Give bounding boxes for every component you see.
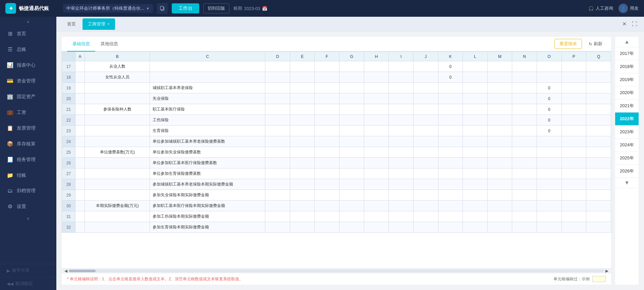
cell-20-p[interactable] [561, 93, 586, 104]
cell-20-k[interactable] [438, 93, 463, 104]
cell-29-j[interactable] [413, 190, 438, 201]
cell-18-f[interactable] [315, 72, 339, 83]
cell-17-e[interactable] [290, 61, 315, 72]
year-scroll-up[interactable]: ▲ [615, 37, 639, 47]
cell-19-m[interactable] [487, 83, 512, 93]
cell-21-p[interactable] [561, 104, 586, 115]
cell-29-i[interactable] [389, 190, 414, 201]
cell-23-n[interactable] [512, 126, 537, 136]
cell-21-f[interactable] [315, 104, 339, 115]
cell-24-p[interactable] [561, 136, 586, 147]
cell-27-i[interactable] [389, 168, 414, 179]
cell-22-c[interactable]: 工伤保险 [150, 115, 265, 126]
cell-19-l[interactable] [463, 83, 488, 93]
close-tab-icon[interactable]: ✕ [621, 19, 628, 28]
cell-22-d[interactable] [265, 115, 290, 126]
cell-23-a[interactable] [75, 126, 85, 136]
cell-26-d[interactable] [265, 158, 290, 168]
cell-22-p[interactable] [561, 115, 586, 126]
cell-22-m[interactable] [487, 115, 512, 126]
cell-24-b[interactable] [85, 136, 150, 147]
cell-26-e[interactable] [290, 158, 315, 168]
cell-18-i[interactable] [389, 72, 414, 83]
tab-business[interactable]: 工商管理 × [83, 18, 115, 30]
cell-19-h[interactable] [364, 83, 389, 93]
cell-24-h[interactable] [364, 136, 389, 147]
cell-31-g[interactable] [339, 211, 364, 222]
cell-24-a[interactable] [75, 136, 85, 147]
cell-23-g[interactable] [339, 126, 364, 136]
cell-27-q[interactable] [586, 168, 611, 179]
cell-32-e[interactable] [290, 222, 315, 233]
cell-26-c[interactable]: 单位参加职工基本医疗保险缴费基数 [150, 158, 265, 168]
cell-17-i[interactable] [389, 61, 414, 72]
cell-29-g[interactable] [339, 190, 364, 201]
cell-19-n[interactable] [512, 83, 537, 93]
cell-28-i[interactable] [389, 179, 414, 190]
cell-19-f[interactable] [315, 83, 339, 93]
cell-17-f[interactable] [315, 61, 339, 72]
sidebar-item-invoice[interactable]: 📋 发票管理 [0, 120, 56, 136]
cell-21-k[interactable] [438, 104, 463, 115]
cell-22-a[interactable] [75, 115, 85, 126]
cell-31-o[interactable] [537, 211, 561, 222]
cell-17-q[interactable] [586, 61, 611, 72]
cell-28-l[interactable] [463, 179, 488, 190]
scroll-right-icon[interactable]: ▶ [604, 269, 610, 273]
cell-21-g[interactable] [339, 104, 364, 115]
cell-24-m[interactable] [487, 136, 512, 147]
cell-31-d[interactable] [265, 211, 290, 222]
cell-27-b[interactable] [85, 168, 150, 179]
cell-20-q[interactable] [586, 93, 611, 104]
cell-21-o[interactable]: 0 [537, 104, 561, 115]
cell-19-d[interactable] [265, 83, 290, 93]
cell-21-l[interactable] [463, 104, 488, 115]
cell-24-d[interactable] [265, 136, 290, 147]
cell-23-e[interactable] [290, 126, 315, 136]
cell-31-m[interactable] [487, 211, 512, 222]
cell-23-m[interactable] [487, 126, 512, 136]
cell-23-f[interactable] [315, 126, 339, 136]
cell-28-a[interactable] [75, 179, 85, 190]
cell-32-n[interactable] [512, 222, 537, 233]
cell-19-g[interactable] [339, 83, 364, 93]
cell-26-n[interactable] [512, 158, 537, 168]
cell-20-e[interactable] [290, 93, 315, 104]
cell-21-c[interactable]: 职工基本医疗保险 [150, 104, 265, 115]
cell-28-d[interactable] [265, 179, 290, 190]
cell-32-a[interactable] [75, 222, 85, 233]
cell-28-g[interactable] [339, 179, 364, 190]
cell-19-i[interactable] [389, 83, 414, 93]
cell-20-b[interactable] [85, 93, 150, 104]
cell-29-o[interactable] [537, 190, 561, 201]
cell-28-o[interactable] [537, 179, 561, 190]
cell-29-p[interactable] [561, 190, 586, 201]
cell-28-q[interactable] [586, 179, 611, 190]
cell-21-e[interactable] [290, 104, 315, 115]
copy-icon[interactable] [157, 3, 168, 14]
cell-28-k[interactable] [438, 179, 463, 190]
cell-30-l[interactable] [463, 201, 488, 211]
cell-22-i[interactable] [389, 115, 414, 126]
new-user-guide[interactable]: ▶ 新手引导 [0, 264, 56, 277]
cell-30-b[interactable]: 本期实际缴费金额(万元) [85, 201, 150, 211]
user-area[interactable]: 👤 用友 [619, 4, 639, 13]
cell-31-a[interactable] [75, 211, 85, 222]
cell-24-q[interactable] [586, 136, 611, 147]
cell-31-n[interactable] [512, 211, 537, 222]
scroll-left-icon[interactable]: ◀ [63, 269, 69, 273]
cell-22-o[interactable]: 0 [537, 115, 561, 126]
cell-30-c[interactable]: 参加职工基本医疗保险本期实际缴费金额 [150, 201, 265, 211]
cell-24-j[interactable] [413, 136, 438, 147]
cell-25-q[interactable] [586, 147, 611, 158]
cell-29-b[interactable] [85, 190, 150, 201]
cell-30-h[interactable] [364, 201, 389, 211]
cell-29-e[interactable] [290, 190, 315, 201]
cell-28-e[interactable] [290, 179, 315, 190]
cell-27-g[interactable] [339, 168, 364, 179]
cell-20-i[interactable] [389, 93, 414, 104]
cell-29-h[interactable] [364, 190, 389, 201]
cell-29-m[interactable] [487, 190, 512, 201]
cell-31-h[interactable] [364, 211, 389, 222]
cell-25-m[interactable] [487, 147, 512, 158]
